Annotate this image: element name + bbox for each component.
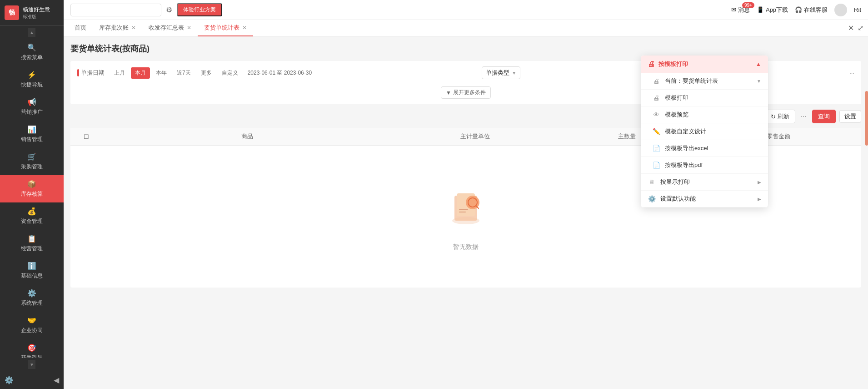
gear-icon[interactable]: ⚙ <box>166 5 172 14</box>
sidebar-scroll-down[interactable]: ▼ <box>28 360 35 369</box>
empty-text: 暂无数据 <box>453 243 479 251</box>
newbie-icon: 🎯 <box>27 344 36 352</box>
trial-button[interactable]: 体验行业方案 <box>177 3 222 16</box>
template-print-icon: 🖨 <box>652 94 660 101</box>
expand-label: 展开更多条件 <box>453 89 486 96</box>
sidebar-item-collab[interactable]: 🤝企业协同 <box>0 312 64 339</box>
dropdown-item-export-excel[interactable]: 📄按模板导出excel <box>641 140 768 157</box>
sidebar-item-system[interactable]: ⚙️系统管理 <box>0 284 64 312</box>
date-btn-last-7-days[interactable]: 近7天 <box>173 67 195 79</box>
tab-close-collection-summary[interactable]: ✕ <box>187 25 191 31</box>
sidebar-label-system: 系统管理 <box>21 299 43 307</box>
sidebar-item-sales[interactable]: 📊销售管理 <box>0 121 64 148</box>
sidebar-scroll-up[interactable]: ▲ <box>28 28 35 37</box>
date-btn-custom[interactable]: 自定义 <box>218 67 242 79</box>
dropdown-header[interactable]: 🖨 按模板打印 ▲ <box>641 56 768 73</box>
online-service-button[interactable]: 🎧 在线客服 <box>795 6 828 14</box>
sidebar-item-purchase[interactable]: 🛒采购管理 <box>0 148 64 175</box>
date-btn-more[interactable]: 更多 <box>197 67 216 79</box>
type-label: 单据类型 <box>486 69 509 77</box>
empty-illustration <box>443 182 489 236</box>
refresh-button[interactable]: ↻ 刷新 <box>765 110 795 123</box>
sidebar: 畅 畅通好生意 标准版 ▲ 🔍搜索菜单⚡快捷导航📢营销推广📊销售管理🛒采购管理📦… <box>0 0 64 389</box>
dropdown-current-item[interactable]: 🖨 当前：要货单统计表 ▼ <box>641 73 768 90</box>
dropdown-item-template-preview[interactable]: 👁模板预览 <box>641 106 768 123</box>
query-button[interactable]: 查询 <box>812 110 836 123</box>
export-excel-icon: 📄 <box>652 145 660 152</box>
tabs-right: ✕ ⤢ <box>848 24 863 32</box>
date-btn-current-year[interactable]: 本年 <box>152 67 171 79</box>
sidebar-item-marketing[interactable]: 📢营销推广 <box>0 93 64 121</box>
sidebar-item-basics[interactable]: ℹ️基础信息 <box>0 257 64 284</box>
tab-label-home: 首页 <box>75 24 86 32</box>
search-input[interactable] <box>70 4 161 16</box>
sidebar-item-inventory[interactable]: 📦库存核算 <box>0 175 64 202</box>
tab-collection-summary[interactable]: 收发存汇总表✕ <box>142 20 198 36</box>
sidebar-label-finance: 资金管理 <box>21 217 43 225</box>
sidebar-item-search[interactable]: 🔍搜索菜单 <box>0 39 64 66</box>
message-icon: ✉ <box>731 6 736 13</box>
page-content: 要货单统计表(按商品) 单据日期 上月本月本年近7天更多自定义 2023-06-… <box>64 36 868 389</box>
dropdown-item-export-pdf[interactable]: 📄按模板导出pdf <box>641 157 768 174</box>
search-icon: 🔍 <box>27 43 36 52</box>
dropdown-title: 按模板打印 <box>658 60 688 68</box>
topbar: ⚙ 体验行业方案 ✉ 消息 99+ 📱 App下载 🎧 在线客服 Rit <box>64 0 868 20</box>
sidebar-item-finance[interactable]: 💰资金管理 <box>0 202 64 230</box>
settings-button[interactable]: 设置 <box>839 110 861 123</box>
message-button[interactable]: ✉ 消息 99+ <box>731 6 750 14</box>
purchase-icon: 🛒 <box>27 152 36 161</box>
dropdown-items-list: 🖨模板打印👁模板预览✏️模板自定义设计📄按模板导出excel📄按模板导出pdf … <box>641 90 768 207</box>
collab-icon: 🤝 <box>27 316 36 325</box>
export-pdf-icon: 📄 <box>652 162 660 169</box>
finance-icon: 💰 <box>27 207 36 216</box>
right-scrollbar[interactable] <box>865 91 868 146</box>
dropdown-section-display-print[interactable]: 🖥 按显示打印 ▶ <box>641 174 768 191</box>
expand-button[interactable]: ▼ 展开更多条件 <box>441 86 491 99</box>
sidebar-item-quick-nav[interactable]: ⚡快捷导航 <box>0 66 64 93</box>
date-filter-label: 单据日期 <box>81 69 105 77</box>
dropdown-item-label-template-preview: 模板预览 <box>665 111 688 119</box>
tab-close-order-summary[interactable]: ✕ <box>242 25 247 31</box>
app-download-button[interactable]: 📱 App下载 <box>757 6 788 14</box>
dropdown-item-template-design[interactable]: ✏️模板自定义设计 <box>641 123 768 140</box>
dropdown-section-label-display-print: 按显示打印 <box>660 178 690 186</box>
collapse-icon[interactable]: ◀ <box>54 376 59 384</box>
current-item-icon: 🖨 <box>652 77 660 85</box>
close-window-icon[interactable]: ✕ <box>848 24 854 32</box>
app-icon: 📱 <box>757 6 764 13</box>
tab-batch-account[interactable]: 库存批次账✕ <box>93 20 142 36</box>
tab-order-summary[interactable]: 要货单统计表✕ <box>198 20 253 36</box>
tab-home[interactable]: 首页 <box>68 20 93 36</box>
default-func-arrow-icon: ▶ <box>758 197 761 202</box>
more-actions-icon[interactable]: ··· <box>799 112 808 121</box>
dropdown-item-label-export-excel: 按模板导出excel <box>665 144 708 152</box>
sidebar-item-operations[interactable]: 📋经营管理 <box>0 230 64 257</box>
sidebar-label-purchase: 采购管理 <box>21 163 43 171</box>
date-btn-prev-month[interactable]: 上月 <box>110 67 129 79</box>
inventory-icon: 📦 <box>27 180 36 188</box>
date-range-display: 2023-06-01 至 2023-06-30 <box>248 69 312 77</box>
sidebar-item-newbie[interactable]: 🎯新手引导 <box>0 339 64 358</box>
topbar-right: ✉ 消息 99+ 📱 App下载 🎧 在线客服 Rit <box>731 4 861 16</box>
avatar[interactable] <box>834 4 847 16</box>
expand-icon: ▼ <box>446 90 451 96</box>
username[interactable]: Rit <box>854 6 861 13</box>
template-design-icon: ✏️ <box>652 128 660 135</box>
sidebar-nav: 🔍搜索菜单⚡快捷导航📢营销推广📊销售管理🛒采购管理📦库存核算💰资金管理📋经营管理… <box>0 39 64 358</box>
select-all-checkbox[interactable]: ☐ <box>84 133 89 140</box>
message-badge: 99+ <box>742 2 754 8</box>
dropdown-item-template-print[interactable]: 🖨模板打印 <box>641 90 768 106</box>
maximize-icon[interactable]: ⤢ <box>858 24 863 32</box>
main-area: ⚙ 体验行业方案 ✉ 消息 99+ 📱 App下载 🎧 在线客服 Rit 首页库… <box>64 0 868 389</box>
dropdown-section-default-func[interactable]: ⚙️ 设置默认功能 ▶ <box>641 191 768 207</box>
th-checkbox: ☐ <box>77 133 95 140</box>
settings-icon[interactable]: ⚙️ <box>5 376 14 384</box>
template-preview-icon: 👁 <box>652 111 660 118</box>
tab-close-batch-account[interactable]: ✕ <box>131 25 136 31</box>
date-btn-current-month[interactable]: 本月 <box>131 67 150 79</box>
type-filter[interactable]: 单据类型 ▼ <box>482 66 520 79</box>
more-options-icon[interactable]: ··· <box>849 70 854 76</box>
sidebar-label-basics: 基础信息 <box>21 272 43 280</box>
sidebar-label-marketing: 营销推广 <box>21 108 43 116</box>
sidebar-label-operations: 经营管理 <box>21 245 43 253</box>
